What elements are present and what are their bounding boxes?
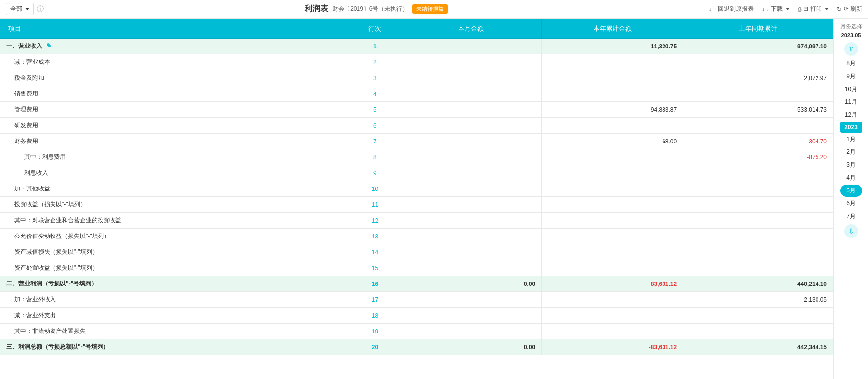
table-cell-item: 管理费用: [0, 102, 350, 118]
chevron-down-icon: [25, 8, 29, 10]
table-cell-current-month: [400, 70, 542, 86]
table-cell-rownum: 16: [350, 276, 400, 292]
edit-icon[interactable]: ✎: [46, 42, 51, 49]
month-item[interactable]: 6月: [840, 197, 862, 210]
month-item[interactable]: 4月: [840, 172, 862, 184]
table-cell-current-month: [400, 102, 542, 118]
main-area: 项目 行次 本月金额 本年累计金额 上年同期累计 一、营业收入✎111,320.…: [0, 19, 868, 379]
table-cell-prior-ytd: [683, 324, 833, 339]
col-header-item: 项目: [0, 19, 350, 39]
table-cell-item: 减：营业外支出: [0, 308, 350, 324]
month-item[interactable]: 10月: [840, 83, 862, 95]
table-cell-ytd: 94,883.87: [542, 102, 683, 118]
help-icon[interactable]: ⓘ: [37, 5, 44, 14]
table-cell-ytd: [542, 86, 683, 102]
table-cell-prior-ytd: [683, 165, 833, 181]
table-cell-rownum[interactable]: 17: [350, 292, 400, 308]
scope-label: 全部: [10, 5, 22, 13]
table-cell-prior-ytd: [683, 118, 833, 134]
table-cell-rownum: 1: [350, 39, 400, 54]
table-cell-rownum: 8: [350, 149, 400, 165]
header-actions: ↓ ↓ 回退到原报表 ↓ ↓ 下载 ⎙ ⊟ 打印 ↻ ⟳ 刷新: [709, 5, 862, 13]
month-selector-title: 月份选择: [840, 23, 862, 30]
table-cell-ytd: [542, 308, 683, 324]
table-cell-current-month: [400, 134, 542, 149]
table-cell-item: 三、利润总额（亏损总额以"-"号填列）: [0, 339, 350, 355]
table-cell-ytd: [542, 324, 683, 339]
month-item[interactable]: 11月: [840, 96, 862, 108]
table-cell-prior-ytd: [683, 213, 833, 229]
table-cell-rownum: 4: [350, 86, 400, 102]
table-cell-rownum[interactable]: 12: [350, 213, 400, 229]
table-cell-item: 减：营业成本: [0, 54, 350, 70]
scope-selector[interactable]: 全部: [6, 3, 34, 15]
table-cell-rownum[interactable]: 15: [350, 260, 400, 276]
table-cell-item: 资产处置收益（损失以"-"填列）: [0, 260, 350, 276]
month-item[interactable]: 5月: [840, 185, 862, 197]
table-cell-rownum: 5: [350, 102, 400, 118]
table-cell-ytd: [542, 213, 683, 229]
table-cell-rownum: 2: [350, 54, 400, 70]
month-item[interactable]: 2023: [840, 122, 862, 133]
print-btn[interactable]: ⎙ ⊟ 打印: [798, 5, 828, 13]
table-cell-current-month: [400, 260, 542, 276]
table-cell-current-month: [400, 165, 542, 181]
table-cell-ytd: [542, 260, 683, 276]
table-cell-ytd: 11,320.75: [542, 39, 683, 54]
download-icon: ↓: [762, 6, 765, 13]
month-item[interactable]: 7月: [840, 210, 862, 223]
month-item[interactable]: 9月: [840, 70, 862, 83]
table-cell-current-month: [400, 86, 542, 102]
table-cell-item: 税金及附加: [0, 70, 350, 86]
table-cell-current-month: 0.00: [400, 339, 542, 355]
col-header-ytd: 本年累计金额: [542, 19, 683, 39]
report-subtitle: 财会〔2019〕6号（未执行）: [332, 5, 408, 13]
table-cell-current-month: [400, 229, 542, 244]
status-badge[interactable]: 未结转损益: [412, 4, 448, 14]
table-cell-prior-ytd: -304.70: [683, 134, 833, 149]
col-header-current-month: 本月金额: [400, 19, 542, 39]
table-cell-current-month: [400, 118, 542, 134]
month-item[interactable]: 2月: [840, 146, 862, 158]
table-cell-rownum[interactable]: 10: [350, 181, 400, 197]
month-scroll-down-btn[interactable]: ⇩: [844, 224, 858, 238]
back-to-original-btn[interactable]: ↓ ↓ 回退到原报表: [709, 5, 754, 13]
header-left: 全部 ⓘ: [6, 3, 44, 15]
table-cell-prior-ytd: [683, 260, 833, 276]
table-cell-ytd: -83,631.12: [542, 339, 683, 355]
month-item[interactable]: 8月: [840, 57, 862, 70]
table-cell-rownum: 19: [350, 324, 400, 339]
download-btn[interactable]: ↓ ↓ 下载: [762, 5, 790, 13]
table-cell-current-month: [400, 197, 542, 213]
page-title: 利润表: [305, 4, 328, 14]
table-cell-item: 其中：利息费用: [0, 149, 350, 165]
month-scroll-up-btn[interactable]: ⇧: [844, 42, 858, 56]
table-cell-item: 一、营业收入✎: [0, 39, 350, 54]
refresh-icon: ↻: [837, 6, 842, 13]
table-cell-rownum[interactable]: 14: [350, 244, 400, 260]
table-cell-ytd: [542, 118, 683, 134]
month-item[interactable]: 3月: [840, 159, 862, 171]
table-cell-current-month: 0.00: [400, 276, 542, 292]
table-cell-prior-ytd: [683, 181, 833, 197]
refresh-btn[interactable]: ↻ ⟳ 刷新: [837, 5, 862, 13]
profit-loss-table: 项目 行次 本月金额 本年累计金额 上年同期累计 一、营业收入✎111,320.…: [0, 19, 833, 355]
table-cell-rownum: 20: [350, 339, 400, 355]
table-cell-rownum[interactable]: 11: [350, 197, 400, 213]
month-selector-year: 2023.05: [841, 32, 861, 38]
table-cell-item: 资产减值损失（损失以"-"填列）: [0, 244, 350, 260]
table-cell-current-month: [400, 54, 542, 70]
month-item[interactable]: 1月: [840, 133, 862, 145]
table-cell-item: 其中：对联营企业和合营企业的投资收益: [0, 213, 350, 229]
table-cell-item: 利息收入: [0, 165, 350, 181]
table-cell-ytd: [542, 292, 683, 308]
table-cell-prior-ytd: [683, 244, 833, 260]
table-cell-current-month: [400, 213, 542, 229]
print-icon: ⎙: [798, 6, 801, 13]
month-list: 8月9月10月11月12月20231月2月3月4月5月6月7月: [840, 57, 862, 223]
table-cell-ytd: [542, 197, 683, 213]
month-item[interactable]: 12月: [840, 109, 862, 121]
table-cell-prior-ytd: 442,344.15: [683, 339, 833, 355]
back-icon: ↓: [709, 6, 712, 13]
table-cell-rownum[interactable]: 13: [350, 229, 400, 244]
